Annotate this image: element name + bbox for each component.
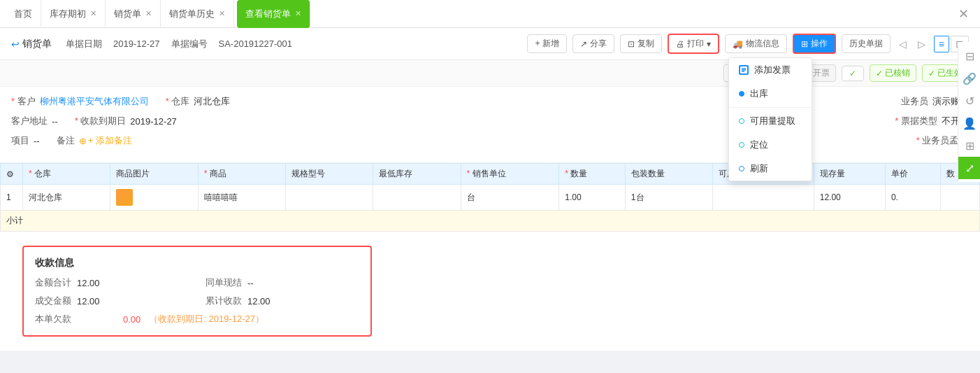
items-table: ⚙ 仓库 商品图片 商品 规格型号 最低库存 销售单位 数量 包装数量 可用量（… <box>0 163 980 232</box>
col-min-stock: 最低库存 <box>373 164 461 185</box>
add-note-button[interactable]: ⊕ + 添加备注 <box>79 134 132 147</box>
doc-title-text: 销货单 <box>22 38 52 50</box>
share-button[interactable]: ↗ 分享 <box>572 34 614 53</box>
print-icon: 🖨 <box>676 39 684 49</box>
locate-label: 定位 <box>750 139 768 151</box>
table-scroll-area: ⚙ 仓库 商品图片 商品 规格型号 最低库存 销售单位 数量 包装数量 可用量（… <box>0 163 980 232</box>
payment-box: 收款信息 金额合计 12.00 同单现结 -- 成交金额 12.00 累计收款 … <box>22 246 372 337</box>
row-extra <box>940 185 979 211</box>
tab-view-sales[interactable]: 查看销货单 ✕ <box>237 0 310 28</box>
sidebar-icon-4[interactable]: 👤 <box>958 112 980 134</box>
effective-icon: ✓ <box>928 69 935 78</box>
close-tab-view-sales[interactable]: ✕ <box>295 9 301 18</box>
deal-amount-row: 成交金额 12.00 <box>35 295 189 307</box>
sidebar-right: ⊟ 🔗 ↺ 👤 ⊞ ⤢ <box>958 42 980 182</box>
project-label: 项目 <box>11 134 29 147</box>
col-qty: 数量 <box>559 164 626 185</box>
project-value: -- <box>34 136 40 146</box>
close-tab-sales[interactable]: ✕ <box>145 9 152 18</box>
sidebar-icon-expand[interactable]: ⤢ <box>958 157 980 179</box>
reviewed-badge[interactable]: ✓ 已核销 <box>870 64 916 82</box>
ticket-label: 票据类型 <box>895 115 937 127</box>
table-row: 1 河北仓库 嘻嘻嘻嘻 台 1.00 1台 12.00 0. <box>1 185 980 211</box>
same-order-value: -- <box>247 278 254 288</box>
col-settings[interactable]: ⚙ <box>1 164 23 185</box>
row-available <box>713 185 814 211</box>
col-price: 单价 <box>885 164 940 185</box>
window-close-button[interactable]: ✕ <box>953 6 974 22</box>
invoice-icon <box>739 65 749 75</box>
prev-doc-button[interactable]: ◁ <box>896 38 909 50</box>
deal-amount-label: 成交金额 <box>35 295 71 307</box>
dropdown-available-pick[interactable]: 可用量提取 <box>729 109 812 133</box>
sub-action-bar: 📱 来自手机 ○ 未开票 ✓ ✓ 已核销 ✓ 已生效 <box>0 60 980 87</box>
refresh-icon <box>739 166 744 171</box>
sidebar-icon-1[interactable]: ⊟ <box>958 45 980 67</box>
date-value: 2019-12-27 <box>113 38 160 49</box>
check-icon: ✓ <box>849 69 856 78</box>
col-unit: 销售单位 <box>461 164 559 185</box>
check-icon-btn[interactable]: ✓ <box>842 66 864 81</box>
dropdown-refresh[interactable]: 刷新 <box>729 157 812 181</box>
row-qty: 1.00 <box>559 185 626 211</box>
dropdown-out-warehouse[interactable]: 出库 <box>729 82 812 106</box>
share-icon: ↗ <box>580 39 587 49</box>
subtotal-row: 小计 <box>1 211 980 232</box>
dropdown-add-invoice[interactable]: 添加发票 <box>729 58 812 82</box>
due-date-value: 2019-12-27 <box>130 116 177 127</box>
locate-icon <box>739 142 744 148</box>
form-row-2: 客户地址 -- 收款到期日 2019-12-27 票据类型 不开票 <box>11 115 969 127</box>
same-order-row: 同单现结 -- <box>206 276 359 289</box>
tab-home[interactable]: 首页 <box>6 0 41 28</box>
dropdown-divider <box>729 107 812 108</box>
doc-meta: 单据日期 2019-12-27 单据编号 SA-20191227-001 <box>66 38 292 50</box>
payment-grid: 金额合计 12.00 同单现结 -- 成交金额 12.00 累计收款 12.00… <box>35 276 359 325</box>
cumulative-row: 累计收款 12.00 <box>206 295 359 307</box>
tab-inventory-init[interactable]: 库存期初 ✕ <box>41 0 106 28</box>
customer-value[interactable]: 柳州粤港平安气体有限公司 <box>40 95 149 108</box>
history-button[interactable]: 历史单据 <box>842 34 891 53</box>
tab-sales-history[interactable]: 销货单历史 ✕ <box>161 0 234 28</box>
cumulative-label: 累计收款 <box>206 295 242 307</box>
tab-sales-order[interactable]: 销货单 ✕ <box>106 0 161 28</box>
row-min-stock <box>373 185 461 211</box>
cumulative-value: 12.00 <box>247 296 271 307</box>
row-product: 嘻嘻嘻嘻 <box>198 185 285 211</box>
copy-icon: ⊡ <box>628 39 635 49</box>
doc-header: ↩ 销货单 单据日期 2019-12-27 单据编号 SA-20191227-0… <box>0 28 980 60</box>
note-field: 备注 ⊕ + 添加备注 <box>57 134 132 147</box>
logistics-button[interactable]: 🚚 物流信息 <box>725 34 787 53</box>
list-view-button[interactable]: ≡ <box>934 36 949 52</box>
add-invoice-label: 添加发票 <box>754 64 791 76</box>
balance-due-note: （收款到期日: 2019-12-27） <box>149 313 264 325</box>
row-price: 0. <box>885 185 940 211</box>
copy-button[interactable]: ⊡ 复制 <box>620 34 662 53</box>
sidebar-icon-2[interactable]: 🔗 <box>958 67 980 90</box>
refresh-label: 刷新 <box>750 162 768 175</box>
address-label: 客户地址 <box>11 115 48 127</box>
dropdown-locate[interactable]: 定位 <box>729 133 812 157</box>
payment-section: 收款信息 金额合计 12.00 同单现结 -- 成交金额 12.00 累计收款 … <box>0 232 980 351</box>
col-product: 商品 <box>198 164 285 185</box>
balance-value: 0.00 <box>123 314 140 325</box>
due-date-field: 收款到期日 2019-12-27 <box>75 115 177 127</box>
sidebar-icon-5[interactable]: ⊞ <box>958 134 980 157</box>
customer-field: 客户 柳州粤港平安气体有限公司 <box>11 95 149 108</box>
close-tab-history[interactable]: ✕ <box>219 9 225 18</box>
new-button[interactable]: + 新增 <box>527 34 566 53</box>
truck-icon: 🚚 <box>733 39 743 49</box>
out-warehouse-label: 出库 <box>750 87 768 100</box>
print-button[interactable]: 🖨 打印 ▾ <box>668 34 719 54</box>
doc-icon: ↩ <box>11 38 20 50</box>
warehouse-label: 仓库 <box>166 95 190 108</box>
next-doc-button[interactable]: ▷ <box>915 38 928 50</box>
row-warehouse: 河北仓库 <box>23 185 110 211</box>
sidebar-icon-3[interactable]: ↺ <box>958 90 980 112</box>
row-pack-qty: 1台 <box>625 185 712 211</box>
note-label: 备注 <box>57 134 75 147</box>
amount-total-value: 12.00 <box>77 278 100 288</box>
operations-button[interactable]: ⊞ 操作 <box>793 34 836 54</box>
row-image <box>110 185 198 211</box>
close-tab-inventory[interactable]: ✕ <box>90 9 96 18</box>
no-label: 单据编号 <box>171 38 208 50</box>
